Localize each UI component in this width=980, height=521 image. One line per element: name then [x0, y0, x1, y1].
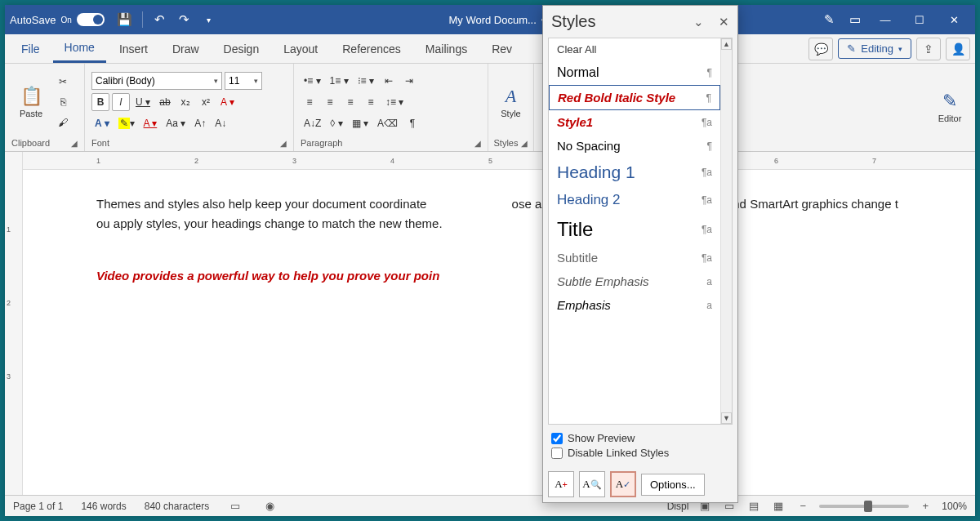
undo-icon[interactable]: ↶	[149, 9, 171, 30]
italic-button[interactable]: I	[112, 93, 130, 111]
ribbon-display-icon[interactable]: ▭	[844, 9, 866, 30]
bullets-button[interactable]: •≡ ▾	[301, 72, 324, 90]
font-size-combo[interactable]: 11▾	[225, 72, 262, 90]
style-item[interactable]: Subtle Emphasisa	[549, 269, 720, 293]
print-layout-icon[interactable]: ▤	[746, 499, 762, 514]
text-effects-button[interactable]: A ▾	[217, 93, 238, 111]
strikethrough-button[interactable]: ab	[156, 93, 174, 111]
styles-gallery-button[interactable]: A Style	[495, 67, 527, 136]
align-center-button[interactable]: ≡	[321, 93, 339, 111]
collapse-icon[interactable]: ⌄	[693, 15, 704, 29]
grow-font-button[interactable]: A↑	[191, 114, 209, 132]
bold-button[interactable]: B	[91, 93, 109, 111]
style-inspector-button[interactable]: A🔍	[579, 471, 605, 497]
dialog-launcher-icon[interactable]: ◢	[474, 139, 481, 148]
clear-formatting-button[interactable]: A⌫	[374, 114, 401, 132]
scroll-down-icon[interactable]: ▼	[721, 412, 732, 424]
ribbon: 📋 Paste ✂ ⎘ 🖌 Clipboard◢ Calibri (Body)▾	[5, 64, 975, 152]
multilevel-list-button[interactable]: ⁝≡ ▾	[354, 72, 377, 90]
maximize-button[interactable]: ☐	[903, 7, 936, 32]
style-item[interactable]: Heading 1¶a	[549, 158, 720, 187]
numbering-button[interactable]: 1≡ ▾	[327, 72, 352, 90]
style-item[interactable]: Clear All	[549, 38, 720, 60]
char-count[interactable]: 840 characters	[145, 501, 209, 512]
dialog-launcher-icon[interactable]: ◢	[71, 139, 78, 148]
style-item[interactable]: Title¶a	[549, 213, 720, 246]
format-painter-icon[interactable]: 🖌	[54, 114, 72, 131]
shading-button[interactable]: ◊ ▾	[327, 114, 345, 132]
editor-button[interactable]: ✎ Editor	[931, 67, 969, 146]
zoom-in-icon[interactable]: +	[917, 499, 933, 514]
dialog-launcher-icon[interactable]: ◢	[280, 139, 287, 148]
style-item[interactable]: Normal¶	[549, 60, 720, 85]
autosave-toggle[interactable]: AutoSave On	[10, 13, 105, 26]
align-right-button[interactable]: ≡	[341, 93, 359, 111]
show-marks-button[interactable]: ¶	[403, 114, 421, 132]
editing-mode-button[interactable]: ✎ Editing ▾	[838, 38, 911, 59]
style-item[interactable]: Emphasisa	[549, 293, 720, 317]
account-icon[interactable]: 👤	[946, 38, 970, 60]
style-item[interactable]: Style1¶a	[549, 110, 720, 134]
comments-icon[interactable]: 💬	[808, 38, 833, 60]
dialog-launcher-icon[interactable]: ◢	[521, 139, 528, 148]
tab-draw[interactable]: Draw	[161, 36, 211, 62]
tab-home[interactable]: Home	[53, 34, 106, 63]
scrollbar[interactable]: ▲ ▼	[720, 38, 732, 424]
tab-references[interactable]: References	[331, 36, 412, 62]
word-count[interactable]: 146 words	[81, 501, 126, 512]
underline-button[interactable]: U ▾	[132, 93, 154, 111]
close-icon[interactable]: ✕	[719, 15, 729, 29]
text-outline-button[interactable]: A ▾	[91, 114, 113, 132]
justify-button[interactable]: ≡	[362, 93, 380, 111]
tab-review[interactable]: Rev	[480, 36, 523, 62]
subscript-button[interactable]: x₂	[176, 93, 194, 111]
scroll-up-icon[interactable]: ▲	[721, 38, 732, 50]
superscript-button[interactable]: x²	[197, 93, 215, 111]
tab-mailings[interactable]: Mailings	[414, 36, 479, 62]
manage-styles-button[interactable]: A✓	[610, 471, 636, 497]
change-case-button[interactable]: Aa ▾	[163, 114, 189, 132]
font-color-button[interactable]: A ▾	[140, 114, 161, 132]
reading-view-icon[interactable]: ▭	[227, 499, 243, 514]
qat-dropdown-icon[interactable]: ▾	[198, 9, 220, 30]
zoom-slider[interactable]	[819, 505, 909, 508]
borders-button[interactable]: ▦ ▾	[349, 114, 372, 132]
disable-linked-checkbox[interactable]: Disable Linked Styles	[551, 447, 729, 459]
pen-icon[interactable]: ✎	[818, 9, 840, 30]
style-item[interactable]: Red Bold Italic Style¶	[549, 85, 720, 110]
new-style-button[interactable]: A+	[548, 471, 574, 497]
accessibility-icon[interactable]: ◉	[261, 499, 278, 514]
increase-indent-button[interactable]: ⇥	[400, 72, 418, 90]
slider-thumb[interactable]	[864, 501, 872, 512]
save-icon[interactable]: 💾	[114, 9, 136, 30]
shrink-font-button[interactable]: A↓	[212, 114, 229, 132]
font-name-combo[interactable]: Calibri (Body)▾	[91, 72, 222, 90]
align-left-button[interactable]: ≡	[301, 93, 318, 111]
style-item[interactable]: Heading 2¶a	[549, 187, 720, 213]
show-preview-checkbox[interactable]: Show Preview	[551, 432, 729, 444]
style-item[interactable]: No Spacing¶	[549, 134, 720, 158]
tab-insert[interactable]: Insert	[108, 36, 159, 62]
web-layout-icon[interactable]: ▦	[770, 499, 786, 514]
styles-icon: A	[506, 86, 516, 107]
copy-icon[interactable]: ⎘	[54, 93, 72, 111]
zoom-percent[interactable]: 100%	[942, 501, 967, 512]
tab-layout[interactable]: Layout	[272, 36, 329, 62]
minimize-button[interactable]: —	[869, 7, 902, 32]
close-button[interactable]: ✕	[938, 7, 970, 32]
options-button[interactable]: Options...	[641, 474, 705, 496]
decrease-indent-button[interactable]: ⇤	[380, 72, 398, 90]
redo-icon[interactable]: ↷	[174, 9, 195, 30]
style-item[interactable]: Subtitle¶a	[549, 246, 720, 269]
share-button[interactable]: ⇪	[916, 38, 941, 60]
line-spacing-button[interactable]: ↕≡ ▾	[382, 93, 407, 111]
tab-file[interactable]: File	[10, 36, 51, 62]
highlight-button[interactable]: ✎▾	[115, 114, 138, 132]
zoom-out-icon[interactable]: −	[795, 499, 811, 514]
paste-button[interactable]: 📋 Paste	[11, 67, 51, 136]
sort-button[interactable]: A↓Z	[301, 114, 324, 132]
page-indicator[interactable]: Page 1 of 1	[13, 501, 63, 512]
tab-design[interactable]: Design	[212, 36, 271, 62]
cut-icon[interactable]: ✂	[54, 73, 72, 91]
document-page[interactable]: Themes and styles also help keep your do…	[23, 170, 975, 495]
